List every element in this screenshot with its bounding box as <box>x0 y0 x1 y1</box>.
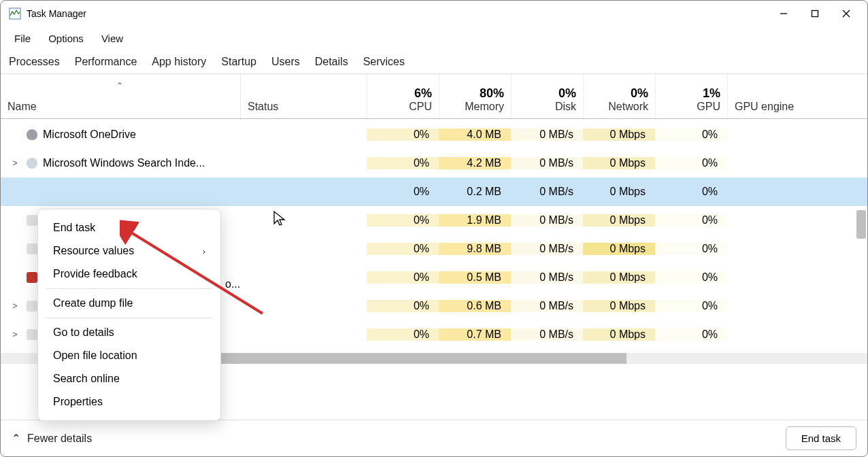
process-row[interactable]: >Microsoft Windows Search Inde... 0% 4.2… <box>1 149 867 177</box>
expand-icon[interactable]: > <box>10 330 20 339</box>
ctx-provide-feedback[interactable]: Provide feedback <box>38 263 220 286</box>
tabbar: Processes Performance App history Startu… <box>1 50 867 74</box>
col-status[interactable]: Status <box>240 74 367 118</box>
context-menu: End task Resource values› Provide feedba… <box>37 209 221 421</box>
process-row-selected[interactable]: 0% 0.2 MB 0 MB/s 0 Mbps 0% <box>1 177 867 206</box>
expand-icon[interactable]: > <box>10 158 20 168</box>
tab-users[interactable]: Users <box>265 50 307 73</box>
chevron-up-icon: ⌃ <box>12 432 20 445</box>
col-gpu[interactable]: 1%GPU <box>655 74 727 118</box>
menu-separator <box>46 288 212 289</box>
menu-separator <box>46 318 212 318</box>
ctx-go-to-details[interactable]: Go to details <box>38 321 220 344</box>
tab-services[interactable]: Services <box>356 50 412 73</box>
tab-startup[interactable]: Startup <box>214 50 263 73</box>
fewer-details-toggle[interactable]: ⌃ Fewer details <box>12 432 92 445</box>
ctx-end-task[interactable]: End task <box>38 216 220 239</box>
submenu-chevron-icon: › <box>203 246 205 256</box>
maximize-button[interactable] <box>799 3 831 24</box>
minimize-button[interactable] <box>768 3 799 24</box>
col-cpu[interactable]: 6%CPU <box>367 74 439 118</box>
menubar: File Options View <box>1 27 867 50</box>
svg-rect-2 <box>812 11 818 17</box>
ctx-properties[interactable]: Properties <box>38 390 220 413</box>
tab-app-history[interactable]: App history <box>145 50 213 73</box>
footer: ⌃ Fewer details End task <box>1 420 867 456</box>
tab-performance[interactable]: Performance <box>68 50 144 73</box>
process-icon <box>24 129 40 140</box>
col-gpu-engine[interactable]: GPU engine <box>727 74 855 118</box>
col-name[interactable]: ⌃ Name <box>1 74 240 118</box>
tab-processes[interactable]: Processes <box>2 50 67 73</box>
ctx-resource-values[interactable]: Resource values› <box>38 239 220 263</box>
vertical-scrollbar-thumb[interactable] <box>856 210 866 239</box>
window-title: Task Manager <box>27 8 86 19</box>
obscured-text: o... <box>225 278 240 290</box>
end-task-button[interactable]: End task <box>786 426 856 450</box>
ctx-open-file-location[interactable]: Open file location <box>38 344 220 367</box>
tab-details[interactable]: Details <box>308 50 355 73</box>
close-button[interactable] <box>831 3 862 24</box>
column-headers: ⌃ Name Status 6%CPU 80%Memory 0%Disk 0%N… <box>1 74 867 119</box>
menu-view[interactable]: View <box>93 29 131 48</box>
menu-file[interactable]: File <box>6 29 39 48</box>
titlebar: Task Manager <box>1 1 867 27</box>
process-name: Microsoft OneDrive <box>43 129 136 141</box>
process-icon <box>24 158 40 169</box>
ctx-search-online[interactable]: Search online <box>38 367 220 390</box>
process-row[interactable]: Microsoft OneDrive 0% 4.0 MB 0 MB/s 0 Mb… <box>1 120 867 149</box>
col-network[interactable]: 0%Network <box>583 74 655 118</box>
col-memory[interactable]: 80%Memory <box>439 74 511 118</box>
col-disk[interactable]: 0%Disk <box>511 74 583 118</box>
app-icon <box>9 7 21 20</box>
expand-icon[interactable]: > <box>10 301 20 311</box>
process-name: Microsoft Windows Search Inde... <box>43 157 205 169</box>
sort-caret-icon: ⌃ <box>116 81 123 90</box>
menu-options[interactable]: Options <box>40 29 92 48</box>
ctx-create-dump[interactable]: Create dump file <box>38 292 220 315</box>
